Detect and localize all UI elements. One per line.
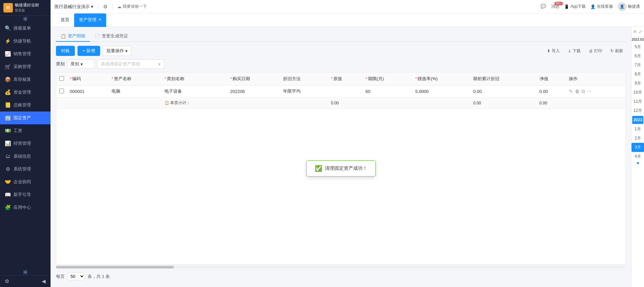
- download-btn[interactable]: ⤓ 下载: [565, 47, 583, 55]
- pagination: 每页 50 10 20 100 条，共 1 条: [56, 270, 626, 283]
- sidebar-item-payroll[interactable]: 💵 工资: [0, 124, 51, 137]
- row-checkbox[interactable]: [59, 89, 64, 93]
- tab-home-label: 首页: [61, 17, 69, 23]
- copy-icon[interactable]: ⧉: [582, 89, 585, 94]
- panel-close-icon[interactable]: ✕: [633, 29, 637, 34]
- toolbar-right: ⬇ 导入 ⤓ 下载 🖨 打印 ↻ 刷新: [544, 47, 626, 55]
- sidebar-item-inventory[interactable]: 📦 库存核算: [0, 73, 51, 86]
- month-1[interactable]: 1月: [632, 125, 644, 134]
- month-list: 5月 6月 7月 8月 9月 10月 11月 12月 2023 1月 2月 3月…: [632, 42, 644, 165]
- category-input[interactable]: 请选择固定资产类别 ▾: [97, 59, 164, 69]
- select-all-checkbox[interactable]: [59, 76, 64, 81]
- tab-assets[interactable]: 资产管理 ✕: [74, 13, 106, 27]
- cell-net-value: 0.00: [537, 86, 566, 97]
- category-label: 类别: [56, 61, 65, 67]
- category-select-label: 类别: [70, 61, 79, 67]
- tab-close-icon[interactable]: ✕: [98, 18, 101, 22]
- search-icon: 🔍: [5, 25, 11, 31]
- month-9[interactable]: 9月: [632, 79, 644, 88]
- month-4[interactable]: 4月: [632, 152, 644, 161]
- sidebar-item-apps[interactable]: 🧩 应用中心: [0, 201, 51, 214]
- settings-icon[interactable]: ⚙: [5, 278, 9, 284]
- category-input-placeholder: 请选择固定资产类别: [101, 61, 140, 67]
- month-3-active[interactable]: 3月: [632, 143, 644, 152]
- sidebar-item-sales[interactable]: 📈 销售管理: [0, 47, 51, 60]
- sidebar-item-guide[interactable]: 📖 新手引导: [0, 188, 51, 201]
- cell-code: 000001: [67, 86, 109, 97]
- operations-icon: 📊: [5, 140, 11, 147]
- sidebar-item-system[interactable]: ⚙ 系统管理: [0, 163, 51, 176]
- header-original-value: *原值: [328, 72, 363, 86]
- scrollbar-thumb[interactable]: [56, 266, 174, 268]
- avatar: 👤: [618, 2, 626, 11]
- notification-btn[interactable]: 💬 99+ 消息: [541, 4, 559, 9]
- quicknav-icon: ⚡: [5, 38, 11, 44]
- topbar-divider: [98, 4, 98, 10]
- month-5[interactable]: 5月: [632, 42, 644, 52]
- sidebar-item-assets[interactable]: 🏢 固定资产: [0, 111, 51, 124]
- cell-purchase-date: 202206: [227, 86, 280, 97]
- account-btn[interactable]: 对账: [56, 46, 75, 56]
- experience-btn[interactable]: ☁ 我要体验一下: [117, 4, 147, 9]
- month-11[interactable]: 11月: [632, 97, 644, 106]
- app-download-btn[interactable]: 📱 App下载: [564, 4, 586, 9]
- sidebar-item-basic[interactable]: 🗂 基础信息: [0, 150, 51, 163]
- tab-home[interactable]: 首页: [56, 13, 74, 27]
- refresh-icon: ↻: [610, 49, 614, 53]
- sidebar-item-quicknav[interactable]: ⚡ 快捷导航: [0, 35, 51, 47]
- sidebar-bottom: ⚙ ◀: [0, 275, 51, 287]
- subtotal-initial: 0.00: [470, 97, 536, 109]
- sidebar-item-funds[interactable]: 💰 资金管理: [0, 86, 51, 99]
- delete-icon[interactable]: 🗑: [575, 89, 580, 94]
- month-7[interactable]: 7月: [632, 61, 644, 70]
- topbar-setting-icon[interactable]: ⚙: [103, 4, 108, 10]
- user-profile[interactable]: 👤 畅捷通: [618, 2, 640, 11]
- more-icon[interactable]: ⋯: [587, 89, 592, 94]
- cell-category: 电子设备: [162, 86, 227, 97]
- sidebar-item-ledger[interactable]: 📒 总账管理: [0, 99, 51, 111]
- sidebar-item-purchase[interactable]: 🛒 采购管理: [0, 60, 51, 73]
- month-8[interactable]: 8月: [632, 70, 644, 79]
- sub-tab-voucher[interactable]: 📄 变更生成凭证: [90, 31, 133, 42]
- month-10[interactable]: 10月: [632, 88, 644, 97]
- collapse-icon[interactable]: ◀: [42, 278, 46, 284]
- detail-tab-icon: 📋: [61, 34, 66, 39]
- sidebar-scroll-up[interactable]: ▲: [23, 17, 27, 21]
- logo-text: 畅捷通好业财: [15, 3, 39, 8]
- sidebar-item-label: 销售管理: [13, 51, 31, 57]
- notification-badge: 99+: [554, 2, 563, 5]
- sidebar-item-label: 基础信息: [13, 153, 31, 159]
- batch-btn[interactable]: 批量操作 ▾: [103, 46, 131, 56]
- month-6[interactable]: 6月: [632, 52, 644, 61]
- per-page-select[interactable]: 50 10 20 100: [67, 273, 85, 280]
- refresh-btn[interactable]: ↻ 刷新: [608, 47, 626, 55]
- sidebar-item-label: 新手引导: [13, 192, 31, 198]
- edit-icon[interactable]: ✎: [569, 89, 573, 94]
- app-download-icon: 📱: [564, 4, 569, 9]
- batch-label: 批量操作: [106, 48, 124, 54]
- sidebar-item-label: 搜索菜单: [13, 25, 31, 31]
- subtotal-net: 0.00: [537, 97, 566, 109]
- sidebar-item-operations[interactable]: 📊 经营管理: [0, 137, 51, 150]
- sub-tab-detail[interactable]: 📋 资产明细: [56, 31, 90, 42]
- new-btn[interactable]: + 新增: [78, 46, 100, 56]
- print-btn[interactable]: 🖨 打印: [586, 47, 605, 55]
- sidebar-item-label: 库存核算: [13, 76, 31, 83]
- sidebar-item-label: 固定资产: [13, 115, 31, 121]
- company-selector[interactable]: 医疗器械行业演示 ▾: [55, 4, 93, 10]
- sidebar-item-search[interactable]: 🔍 搜索菜单: [0, 22, 51, 35]
- import-btn[interactable]: ⬇ 导入: [544, 47, 562, 55]
- category-select[interactable]: 类别 ▾: [67, 59, 94, 69]
- sidebar-item-label: 应用中心: [13, 204, 31, 211]
- panel-expand-icon[interactable]: ⤢: [639, 29, 643, 34]
- sidebar-scroll-down[interactable]: ▼: [23, 270, 27, 274]
- online-service-btn[interactable]: 👤 在线客服: [590, 4, 613, 9]
- month-12[interactable]: 12月: [632, 106, 644, 115]
- header-action: 操作: [566, 72, 625, 86]
- import-icon: ⬇: [547, 49, 550, 53]
- sidebar-item-label: 总账管理: [13, 102, 31, 108]
- sidebar-item-cooperation[interactable]: 🤝 企业协同: [0, 176, 51, 188]
- month-2[interactable]: 2月: [632, 134, 644, 143]
- batch-dropdown-icon: ▾: [125, 49, 128, 54]
- table-scrollbar[interactable]: [56, 266, 626, 268]
